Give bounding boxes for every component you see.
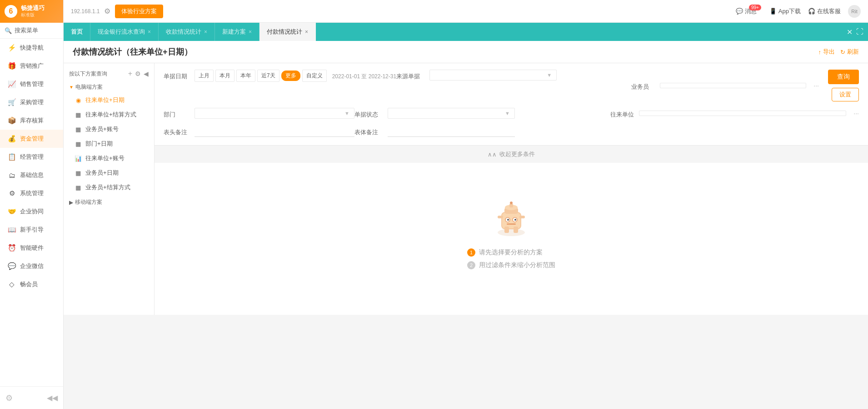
sidebar-item-operations[interactable]: 📋 经营管理 xyxy=(0,148,63,166)
desktop-group-title[interactable]: ▼ 电脑端方案 xyxy=(64,81,154,93)
scheme-icon-6: ▦ xyxy=(75,184,82,191)
salesperson-more-btn[interactable]: ··· xyxy=(813,82,819,89)
sidebar-item-basic[interactable]: 🗂 基础信息 xyxy=(0,166,63,184)
scheme-icon-0: ◉ xyxy=(75,96,82,104)
scheme-item-dept-date[interactable]: ▦ 部门+日期 xyxy=(64,136,154,151)
search-menu[interactable]: 🔍 搜索菜单 xyxy=(0,23,63,39)
scheme-item-unit-settle[interactable]: ▦ 往来单位+结算方式 xyxy=(64,107,154,122)
scheme-panel-label: 按以下方案查询 xyxy=(69,70,107,78)
doc-status-arrow: ▼ xyxy=(505,111,510,116)
this-year-btn[interactable]: 本年 xyxy=(236,70,255,82)
scheme-icon-4: 📊 xyxy=(75,155,82,162)
dept-select[interactable]: ▼ xyxy=(195,108,354,119)
filter-row-1: 单据日期 上月 本月 本年 近7天 更多 自定义 xyxy=(164,70,859,101)
sidebar-item-finance[interactable]: 💰 资金管理 xyxy=(0,130,63,148)
tab-collection-stats[interactable]: 收款情况统计 × xyxy=(159,23,215,41)
sidebar-item-quick-nav[interactable]: ⚡ 快捷导航 xyxy=(0,39,63,57)
last-month-btn[interactable]: 上月 xyxy=(195,70,214,82)
maximize-btn[interactable]: ⛶ xyxy=(856,28,863,36)
marketing-icon: 🎁 xyxy=(7,61,16,71)
sidebar-item-inventory[interactable]: 📦 库存核算 xyxy=(0,111,63,130)
sidebar: 6 畅捷通巧 标准版 🔍 搜索菜单 ⚡ 快捷导航 🎁 营销推广 📈 销售管理 🛒… xyxy=(0,0,64,409)
filter-panel: 按以下方案查询 + ⚙ ◀ ▼ 电脑端方案 ◉ 往来单位+日期 ▦ xyxy=(64,63,868,315)
topbar-settings-icon[interactable]: ⚙ xyxy=(104,7,110,15)
refresh-btn[interactable]: ↻ 刷新 xyxy=(840,48,859,56)
scheme-item-staff-settle[interactable]: ▦ 业务员+结算方式 xyxy=(64,180,154,195)
scheme-collapse-btn[interactable]: ◀ xyxy=(144,70,149,77)
svg-rect-2 xyxy=(502,213,520,228)
scheme-item-unit-account[interactable]: 📊 往来单位+账号 xyxy=(64,151,154,166)
salesperson-select[interactable] xyxy=(660,83,806,88)
source-doc-select[interactable]: ▼ xyxy=(429,70,557,81)
sidebar-item-enterprise[interactable]: 🤝 企业协同 xyxy=(0,202,63,221)
tab-close-payment[interactable]: × xyxy=(305,29,308,35)
sidebar-item-wechat[interactable]: 💬 企业微信 xyxy=(0,257,63,275)
sidebar-item-sales[interactable]: 📈 销售管理 xyxy=(0,75,63,93)
sidebar-item-guide[interactable]: 📖 新手引导 xyxy=(0,221,63,239)
doc-status-select[interactable]: ▼ xyxy=(388,108,515,119)
svg-rect-3 xyxy=(498,216,503,218)
sidebar-item-marketing[interactable]: 🎁 营销推广 xyxy=(0,57,63,75)
tab-close-collection[interactable]: × xyxy=(204,29,207,35)
mobile-group-arrow: ▶ xyxy=(69,199,73,206)
tab-close-cash-flow[interactable]: × xyxy=(148,29,151,35)
sidebar-item-system[interactable]: ⚙ 系统管理 xyxy=(0,184,63,202)
collapse-more-btn[interactable]: ∧∧ 收起更多条件 xyxy=(155,145,868,163)
scheme-icon-2: ▦ xyxy=(75,126,82,133)
refresh-icon: ↻ xyxy=(840,49,845,56)
collapse-sidebar-icon[interactable]: ◀◀ xyxy=(47,394,58,402)
page-title: 付款情况统计（往来单位+日期） xyxy=(73,46,192,57)
filter-settings-btn[interactable]: 设置 xyxy=(832,88,859,101)
tab-cash-flow[interactable]: 现金银行流水查询 × xyxy=(90,23,159,41)
sidebar-footer: ⚙ ◀◀ xyxy=(0,386,63,409)
partner-select[interactable] xyxy=(639,111,846,116)
sidebar-item-member[interactable]: ◇ 畅会员 xyxy=(0,275,63,293)
logo-sub: 标准版 xyxy=(21,12,45,18)
partner-more-btn[interactable]: ··· xyxy=(853,110,859,117)
guide-icon: 📖 xyxy=(7,225,16,234)
more-dates-btn[interactable]: 更多 xyxy=(281,71,300,81)
scheme-icon-3: ▦ xyxy=(75,140,82,147)
tab-payment-stats[interactable]: 付款情况统计 × xyxy=(259,23,316,41)
enterprise-icon: 🤝 xyxy=(7,207,16,216)
svg-point-0 xyxy=(498,229,525,236)
mobile-group-title[interactable]: ▶ 移动端方案 xyxy=(64,195,154,208)
avatar[interactable]: Rit xyxy=(848,5,861,18)
scheme-settings-icon[interactable]: ⚙ xyxy=(135,70,141,77)
content-area: 付款情况统计（往来单位+日期） ↑ 导出 ↻ 刷新 按以下方案查询 + xyxy=(64,41,868,409)
add-scheme-btn[interactable]: + xyxy=(128,70,132,78)
collapse-arrow-icon: ∧∧ xyxy=(488,151,497,158)
header-note-input[interactable] xyxy=(195,125,354,137)
server-address: 192.168.1.1 xyxy=(71,8,100,15)
basic-icon: 🗂 xyxy=(7,171,16,180)
scheme-item-staff-account[interactable]: ▦ 业务员+账号 xyxy=(64,122,154,136)
body-note-input[interactable] xyxy=(388,125,515,137)
tab-home[interactable]: 首页 xyxy=(64,23,90,41)
trial-btn[interactable]: 体验行业方案 xyxy=(115,5,163,18)
query-btn[interactable]: 查询 xyxy=(828,70,859,84)
svg-rect-14 xyxy=(509,204,513,207)
scheme-panel: 按以下方案查询 + ⚙ ◀ ▼ 电脑端方案 ◉ 往来单位+日期 ▦ xyxy=(64,63,155,315)
sidebar-item-purchase[interactable]: 🛒 采购管理 xyxy=(0,93,63,111)
sidebar-item-hardware[interactable]: ⏰ 智能硬件 xyxy=(0,239,63,257)
tab-close-new-plan[interactable]: × xyxy=(249,29,252,35)
export-btn[interactable]: ↑ 导出 xyxy=(818,48,835,56)
empty-state: 1 请先选择要分析的方案 2 用过滤条件来缩小分析范围 xyxy=(155,167,868,315)
settings-icon[interactable]: ⚙ xyxy=(5,393,13,403)
this-month-btn[interactable]: 本月 xyxy=(215,70,234,82)
app-download-btn[interactable]: 📱 App下载 xyxy=(769,7,801,15)
scheme-icon-1: ▦ xyxy=(75,111,82,118)
online-service-btn[interactable]: 🎧 在线客服 xyxy=(808,7,841,15)
scheme-item-unit-date[interactable]: ◉ 往来单位+日期 xyxy=(64,93,154,107)
last-7days-btn[interactable]: 近7天 xyxy=(257,70,279,82)
service-icon: 🎧 xyxy=(808,8,815,15)
salesperson-label: 业务员 xyxy=(631,80,656,91)
scheme-item-staff-date[interactable]: ▦ 业务员+日期 xyxy=(64,166,154,180)
close-all-tabs-btn[interactable]: ✕ xyxy=(847,28,853,36)
custom-date-btn[interactable]: 自定义 xyxy=(302,70,327,82)
message-btn[interactable]: 💬 消息 99+ xyxy=(736,7,757,15)
desktop-group-arrow: ▼ xyxy=(69,85,74,90)
date-range-display: 2022-01-01 至 2022-12-31 xyxy=(332,73,396,80)
sidebar-nav: ⚡ 快捷导航 🎁 营销推广 📈 销售管理 🛒 采购管理 📦 库存核算 💰 资金管… xyxy=(0,39,63,386)
tab-new-plan[interactable]: 新建方案 × xyxy=(215,23,259,41)
